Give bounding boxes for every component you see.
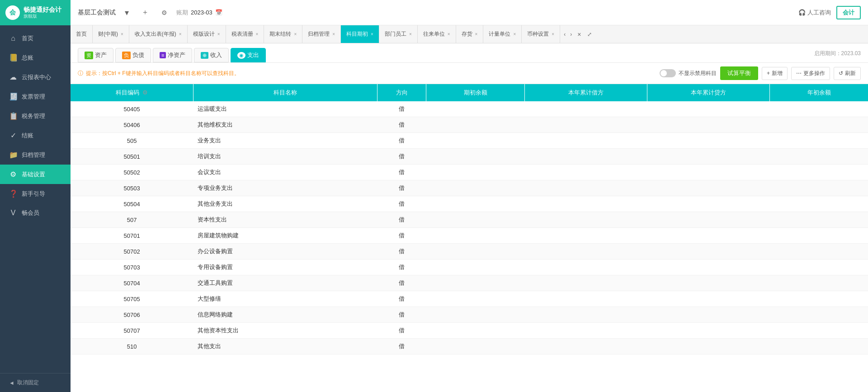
table-row[interactable]: 50703 专用设备购置 借 xyxy=(71,260,868,275)
sidebar-label-guide: 新手引导 xyxy=(22,190,45,198)
cell-credit-ytd xyxy=(647,212,769,228)
add-button[interactable]: + 新增 xyxy=(762,67,788,80)
tab-prev-button[interactable]: ‹ xyxy=(562,30,567,38)
tab-midterm[interactable]: 财(中期) × xyxy=(93,25,129,43)
cell-credit-ytd xyxy=(647,180,769,196)
sidebar-item-invoice[interactable]: 🧾 发票管理 xyxy=(0,87,71,106)
sidebar-item-ledger[interactable]: 📒 总账 xyxy=(0,48,71,67)
table-row[interactable]: 505 业务支出 借 xyxy=(71,133,868,149)
subtabs-row: 资 资产 负 负债 ≡ 净资产 ⊕ 收入 ◉ 支出 xyxy=(71,43,868,63)
tab-customer-close[interactable]: × xyxy=(448,32,450,37)
tab-customer[interactable]: 往来单位 × xyxy=(418,25,456,43)
cell-name: 办公设备购置 xyxy=(193,244,377,260)
refresh-button[interactable]: ↺ 刷新 xyxy=(834,67,861,80)
more-button[interactable]: ⋯ 更多操作 xyxy=(791,67,830,80)
add-company-button[interactable]: ＋ xyxy=(138,6,152,19)
tab-subject-init-close[interactable]: × xyxy=(371,32,373,37)
tab-inventory[interactable]: 存货 × xyxy=(456,25,484,43)
cell-direction: 借 xyxy=(377,307,426,323)
show-disabled-toggle[interactable] xyxy=(660,69,676,77)
tab-period-end[interactable]: 期末结转 × xyxy=(264,25,302,43)
tab-inventory-label: 存货 xyxy=(462,30,472,38)
table-row[interactable]: 50706 信息网络购建 借 xyxy=(71,307,868,323)
column-settings-icon[interactable]: ⚙ xyxy=(142,89,148,96)
tab-currency-close[interactable]: × xyxy=(552,32,554,37)
tab-close-all-button[interactable]: × xyxy=(575,30,584,39)
tab-expand-button[interactable]: ⤢ xyxy=(585,30,594,38)
add-label: 新增 xyxy=(772,70,783,77)
tab-midterm-close[interactable]: × xyxy=(121,32,123,37)
sidebar: 会 畅捷通好会计 旗舰版 ⌂ 首页 📒 总账 ☁ 云报表中心 🧾 发票管理 📋 … xyxy=(0,0,71,392)
sidebar-item-close[interactable]: ✓ 结账 xyxy=(0,126,71,145)
tab-archive-close[interactable]: × xyxy=(332,32,335,37)
subtab-liability[interactable]: 负 负债 xyxy=(115,48,151,62)
balance-button[interactable]: 试算平衡 xyxy=(720,66,758,80)
tab-template[interactable]: 模版设计 × xyxy=(188,25,226,43)
sidebar-label-close: 结账 xyxy=(22,132,33,140)
table-row[interactable]: 50405 运温暖支出 借 xyxy=(71,101,868,117)
table-row[interactable]: 50705 大型修缮 借 xyxy=(71,291,868,307)
table-row[interactable]: 50701 房屋建筑物购建 借 xyxy=(71,228,868,244)
tab-next-button[interactable]: › xyxy=(568,30,574,38)
cell-annual-balance xyxy=(770,291,868,307)
cell-debit-ytd xyxy=(524,212,647,228)
table-row[interactable]: 507 资本性支出 借 xyxy=(71,212,868,228)
table-row[interactable]: 50504 其他业务支出 借 xyxy=(71,196,868,212)
tab-dept[interactable]: 部门员工 × xyxy=(379,25,418,43)
sidebar-item-vip[interactable]: V 畅会员 xyxy=(0,203,71,222)
settings-gear-button[interactable]: ⚙ xyxy=(158,7,171,18)
main-toolbar: ⓘ 提示：按Ctrl + F键并输入科目编码或者科目名称可以查找科目。 不显示禁… xyxy=(71,63,868,84)
tab-archive[interactable]: 归档管理 × xyxy=(302,25,341,43)
tab-tax[interactable]: 税表清册 × xyxy=(226,25,264,43)
tab-unit[interactable]: 计量单位 × xyxy=(483,25,522,43)
tab-annual[interactable]: 收入支出表(年报) × xyxy=(129,25,188,43)
customer-service[interactable]: 🎧 人工咨询 xyxy=(798,9,831,17)
subtab-net-asset[interactable]: ≡ 净资产 xyxy=(153,48,192,62)
tab-currency[interactable]: 币种设置 × xyxy=(522,25,560,43)
tab-period-end-close[interactable]: × xyxy=(294,32,297,37)
cancel-fixed-button[interactable]: ◄ 取消固定 xyxy=(0,373,71,392)
subtab-asset[interactable]: 资 资产 xyxy=(78,48,113,62)
cell-annual-balance xyxy=(770,149,868,165)
tabbar: 首页 财(中期) × 收入支出表(年报) × 模版设计 × 税表清册 × 期末结… xyxy=(71,25,868,43)
tab-annual-close[interactable]: × xyxy=(179,32,182,37)
table-row[interactable]: 50503 专项业务支出 借 xyxy=(71,180,868,196)
cell-balance xyxy=(426,117,524,133)
calendar-icon[interactable]: 📅 xyxy=(215,9,222,16)
sidebar-label-settings: 基础设置 xyxy=(22,170,45,179)
tab-template-close[interactable]: × xyxy=(217,32,220,37)
tab-inventory-close[interactable]: × xyxy=(475,32,478,37)
sidebar-label-ledger: 总账 xyxy=(22,54,33,62)
dropdown-arrow[interactable]: ▾ xyxy=(121,6,132,19)
sidebar-item-guide[interactable]: ❓ 新手引导 xyxy=(0,184,71,203)
cell-debit-ytd xyxy=(524,275,647,291)
cell-name: 其他业务支出 xyxy=(193,196,377,212)
account-button[interactable]: 会计 xyxy=(836,6,861,19)
table-row[interactable]: 510 其他支出 借 xyxy=(71,339,868,354)
cell-code: 505 xyxy=(71,133,193,149)
cell-annual-balance xyxy=(770,323,868,339)
table-row[interactable]: 50704 交通工具购置 借 xyxy=(71,275,868,291)
sidebar-item-settings[interactable]: ⚙ 基础设置 xyxy=(0,165,71,184)
table-row[interactable]: 50707 其他资本性支出 借 xyxy=(71,323,868,339)
sidebar-item-reports[interactable]: ☁ 云报表中心 xyxy=(0,67,71,87)
cell-name: 培训支出 xyxy=(193,149,377,165)
tab-home[interactable]: 首页 xyxy=(71,25,93,43)
cell-code: 50503 xyxy=(71,180,193,196)
sidebar-item-home[interactable]: ⌂ 首页 xyxy=(0,29,71,48)
table-row[interactable]: 50406 其他维权支出 借 xyxy=(71,117,868,133)
cell-debit-ytd xyxy=(524,307,647,323)
tab-subject-init[interactable]: 科目期初 × xyxy=(341,25,379,43)
tab-unit-close[interactable]: × xyxy=(513,32,516,37)
topbar: 基层工会测试 ▾ ＋ ⚙ 账期 2023-03 📅 🎧 人工咨询 会计 xyxy=(71,0,868,25)
tab-tax-close[interactable]: × xyxy=(256,32,259,37)
subtab-income[interactable]: ⊕ 收入 xyxy=(194,48,229,62)
subtab-expense[interactable]: ◉ 支出 xyxy=(231,48,266,62)
sidebar-item-archive[interactable]: 📁 归档管理 xyxy=(0,145,71,165)
table-row[interactable]: 50501 培训支出 借 xyxy=(71,149,868,165)
sidebar-item-tax[interactable]: 📋 税务管理 xyxy=(0,106,71,126)
cell-direction: 借 xyxy=(377,291,426,307)
table-row[interactable]: 50702 办公设备购置 借 xyxy=(71,244,868,260)
tab-dept-close[interactable]: × xyxy=(409,32,412,37)
table-row[interactable]: 50502 会议支出 借 xyxy=(71,165,868,180)
